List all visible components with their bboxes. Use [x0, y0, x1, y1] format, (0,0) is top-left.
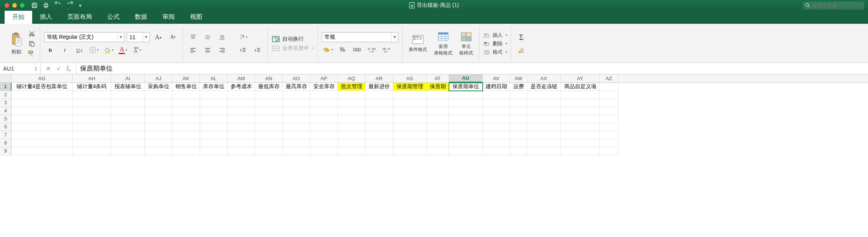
cell[interactable] — [338, 115, 365, 123]
print-icon[interactable] — [43, 2, 49, 8]
align-middle-icon[interactable] — [201, 32, 214, 43]
cell[interactable] — [600, 139, 618, 147]
row-header[interactable]: 6 — [0, 123, 11, 131]
cell[interactable] — [483, 131, 510, 139]
name-box[interactable]: AU1 ▲▼ — [0, 63, 41, 74]
cell[interactable] — [365, 107, 393, 115]
cell[interactable] — [527, 91, 561, 99]
col-header-AG[interactable]: AG — [11, 74, 73, 82]
cell[interactable] — [365, 147, 393, 155]
cell[interactable] — [600, 147, 618, 155]
cell[interactable] — [255, 115, 283, 123]
cell[interactable] — [283, 131, 310, 139]
cell[interactable]: 保质期 — [427, 83, 449, 91]
cell[interactable] — [510, 131, 527, 139]
cell[interactable] — [228, 147, 255, 155]
decrease-indent-icon[interactable] — [237, 45, 249, 56]
cell[interactable] — [449, 107, 483, 115]
cell[interactable] — [111, 91, 145, 99]
cell[interactable] — [172, 123, 200, 131]
cell[interactable] — [145, 91, 172, 99]
paste-button[interactable]: 粘贴 — [8, 31, 25, 57]
align-bottom-icon[interactable] — [216, 32, 228, 43]
col-header-AO[interactable]: AO — [283, 74, 310, 82]
currency-icon[interactable]: ▾ — [322, 44, 334, 55]
cell[interactable] — [11, 139, 73, 147]
cell[interactable] — [228, 107, 255, 115]
cell[interactable] — [283, 99, 310, 107]
cell[interactable] — [145, 147, 172, 155]
close-window-icon[interactable] — [5, 3, 9, 8]
select-all-corner[interactable] — [0, 74, 11, 82]
format-as-table-button[interactable]: 套用 表格格式 — [432, 30, 455, 58]
border-button[interactable]: ▾ — [88, 45, 100, 56]
cell[interactable] — [483, 91, 510, 99]
cell[interactable] — [228, 99, 255, 107]
cell[interactable] — [73, 123, 111, 131]
cell[interactable] — [427, 139, 449, 147]
cell[interactable] — [200, 147, 228, 155]
cell[interactable] — [600, 115, 618, 123]
row-header[interactable]: 7 — [0, 131, 11, 139]
align-center-icon[interactable] — [201, 45, 214, 56]
cell[interactable] — [145, 139, 172, 147]
cell[interactable] — [310, 115, 338, 123]
col-header-AU[interactable]: AU — [449, 74, 483, 82]
cell[interactable] — [228, 131, 255, 139]
col-header-AV[interactable]: AV — [483, 74, 510, 82]
cell[interactable] — [600, 107, 618, 115]
row-header[interactable]: 4 — [0, 107, 11, 115]
cell[interactable] — [338, 139, 365, 147]
cell[interactable] — [228, 91, 255, 99]
cell[interactable]: 辅计量4条码 — [73, 83, 111, 91]
cell[interactable] — [483, 123, 510, 131]
redo-icon[interactable]: ▾ — [67, 0, 74, 11]
orientation-icon[interactable]: ▾ — [237, 32, 249, 43]
merge-center-button[interactable]: 合并后居中▾ — [272, 45, 314, 52]
cell[interactable] — [11, 99, 73, 107]
cell[interactable] — [561, 131, 600, 139]
col-header-AH[interactable]: AH — [73, 74, 111, 82]
cell[interactable] — [200, 115, 228, 123]
enter-formula-icon[interactable]: ✓ — [56, 65, 61, 72]
cell[interactable] — [365, 123, 393, 131]
cell[interactable] — [255, 147, 283, 155]
cell[interactable] — [483, 147, 510, 155]
cell[interactable] — [427, 115, 449, 123]
cell[interactable] — [449, 115, 483, 123]
cell[interactable] — [427, 147, 449, 155]
customize-qat-icon[interactable]: ▾ — [79, 3, 82, 8]
cell[interactable] — [600, 83, 618, 91]
cell[interactable] — [172, 107, 200, 115]
autosum-icon[interactable]: Σ — [515, 32, 527, 43]
cell[interactable] — [393, 131, 427, 139]
cell[interactable]: 辅计量4是否包装单位 — [11, 83, 73, 91]
cell[interactable] — [449, 99, 483, 107]
cell[interactable] — [283, 115, 310, 123]
italic-button[interactable]: I — [59, 45, 71, 56]
increase-font-icon[interactable]: A▴ — [152, 32, 164, 43]
cell[interactable] — [365, 131, 393, 139]
cell[interactable]: 建档日期 — [483, 83, 510, 91]
font-name-combo[interactable]: ▼ — [44, 32, 124, 42]
cell[interactable] — [561, 107, 600, 115]
cell[interactable] — [338, 147, 365, 155]
cell[interactable] — [427, 123, 449, 131]
cell[interactable]: 最高库存 — [283, 83, 310, 91]
tab-公式[interactable]: 公式 — [100, 10, 127, 24]
cell[interactable] — [200, 107, 228, 115]
cell[interactable] — [393, 139, 427, 147]
cell[interactable] — [145, 115, 172, 123]
cell[interactable] — [200, 99, 228, 107]
col-header-AP[interactable]: AP — [310, 74, 338, 82]
cell[interactable] — [310, 123, 338, 131]
cell[interactable] — [145, 131, 172, 139]
fx-icon[interactable]: fx — [67, 65, 70, 72]
cell[interactable] — [283, 123, 310, 131]
format-cells-button[interactable]: 格式▾ — [483, 49, 507, 56]
cell[interactable] — [73, 91, 111, 99]
col-header-AM[interactable]: AM — [228, 74, 255, 82]
cell[interactable] — [449, 139, 483, 147]
cell-styles-button[interactable]: 单元 格样式 — [457, 30, 475, 58]
cell[interactable]: 报表辅单位 — [111, 83, 145, 91]
